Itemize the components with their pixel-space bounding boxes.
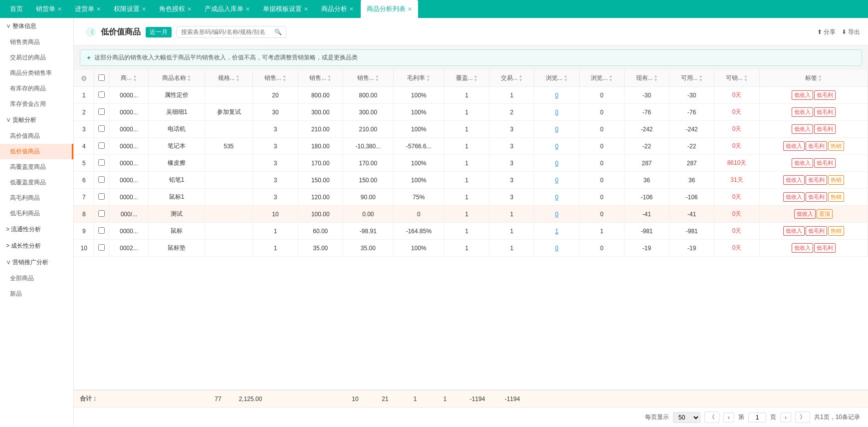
sidebar-item-high-coverage[interactable]: 高覆盖度商品: [0, 159, 73, 175]
select-all-checkbox[interactable]: [98, 74, 105, 81]
tag-badge: 低毛利: [814, 124, 836, 134]
tag-badge: 低收入: [783, 226, 805, 236]
row-checkbox[interactable]: [98, 210, 105, 217]
sidebar-group-circulation[interactable]: > 流通性分析: [0, 221, 73, 238]
browse-link[interactable]: 0: [555, 126, 559, 133]
row-checkbox[interactable]: [98, 142, 105, 149]
row-checkbox[interactable]: [98, 176, 105, 183]
row-checkbox[interactable]: [98, 227, 105, 234]
col-tags[interactable]: 标签▲▼: [759, 70, 868, 87]
cell-tags: 低收入置顶: [759, 206, 868, 223]
sidebar-group-contribution[interactable]: ∨ 贡献分析: [0, 112, 73, 128]
cell-checkbox[interactable]: [94, 155, 109, 172]
cell-checkbox[interactable]: [94, 240, 109, 257]
nav-product-analysis-list[interactable]: 商品分析列表 ✕: [361, 0, 418, 18]
sidebar-item-inventory-capital[interactable]: 库存资金占用: [0, 96, 73, 112]
col-browse1[interactable]: 浏览...▲▼: [534, 70, 579, 87]
last-page-button[interactable]: 》: [795, 412, 810, 423]
sidebar-item-new-products[interactable]: 新品: [0, 286, 73, 302]
col-sellable[interactable]: 可销...▲▼: [714, 70, 759, 87]
close-icon[interactable]: ✕: [187, 6, 192, 12]
sidebar-item-low-coverage[interactable]: 低覆盖度商品: [0, 175, 73, 190]
col-gross-margin[interactable]: 毛利率▲▼: [393, 70, 444, 87]
col-sale-amount[interactable]: 销售...▲▼: [343, 70, 393, 87]
sidebar-group-overall[interactable]: ∨ 整体信息: [0, 18, 73, 34]
col-settings[interactable]: ⚙: [74, 70, 94, 87]
cell-checkbox[interactable]: [94, 189, 109, 206]
col-coverage[interactable]: 覆盖...▲▼: [444, 70, 489, 87]
search-input[interactable]: [181, 28, 271, 35]
nav-home[interactable]: 首页: [4, 0, 29, 18]
cell-checkbox[interactable]: [94, 104, 109, 121]
next-page-button[interactable]: ›: [780, 413, 791, 423]
cell-checkbox[interactable]: [94, 138, 109, 155]
col-sale-price[interactable]: 销售...▲▼: [298, 70, 343, 87]
cell-checkbox[interactable]: [94, 87, 109, 104]
close-icon[interactable]: ✕: [142, 6, 146, 12]
sidebar-item-high-value[interactable]: 高价值商品: [0, 128, 73, 144]
sidebar-item-category-sales-rate[interactable]: 商品分类销售率: [0, 65, 73, 81]
share-button[interactable]: ⬆ 分享: [817, 28, 836, 36]
col-current-stock[interactable]: 现有...▲▼: [624, 70, 669, 87]
row-checkbox[interactable]: [98, 125, 105, 132]
browse-link[interactable]: 0: [555, 245, 559, 252]
export-button[interactable]: ⬇ 导出: [842, 28, 860, 36]
settings-icon[interactable]: ⚙: [81, 74, 87, 82]
sidebar-item-all-products[interactable]: 全部商品: [0, 271, 73, 286]
row-checkbox[interactable]: [98, 108, 105, 115]
time-badge[interactable]: 近一月: [146, 27, 172, 37]
row-checkbox[interactable]: [98, 159, 105, 166]
close-icon[interactable]: ✕: [96, 6, 101, 12]
sidebar-item-low-value[interactable]: 低价值商品: [0, 144, 73, 159]
nav-product-analysis[interactable]: 商品分析 ✕: [315, 0, 360, 18]
cell-gross-margin: 100%: [393, 121, 444, 138]
sidebar-group-growth[interactable]: > 成长性分析: [0, 238, 73, 254]
row-checkbox[interactable]: [98, 91, 105, 98]
close-icon[interactable]: ✕: [57, 6, 62, 12]
sidebar-item-traded-products[interactable]: 交易过的商品: [0, 50, 73, 65]
col-sale-count[interactable]: 销售...▲▼: [253, 70, 298, 87]
sidebar-item-stocked-products[interactable]: 有库存的商品: [0, 81, 73, 96]
cell-checkbox[interactable]: [94, 172, 109, 189]
cell-checkbox[interactable]: [94, 121, 109, 138]
col-available[interactable]: 可用...▲▼: [669, 70, 714, 87]
first-page-button[interactable]: 《: [704, 412, 719, 423]
row-checkbox[interactable]: [98, 244, 105, 251]
cell-spec: [205, 121, 253, 138]
browse-link[interactable]: 1: [555, 228, 559, 235]
col-browse2[interactable]: 浏览...▲▼: [579, 70, 624, 87]
browse-link[interactable]: 0: [555, 143, 559, 150]
browse-link[interactable]: 0: [555, 160, 559, 167]
nav-purchase-order[interactable]: 进货单 ✕: [69, 0, 107, 18]
nav-product-inbound[interactable]: 产成品入库单 ✕: [199, 0, 256, 18]
current-page-input[interactable]: [748, 413, 766, 423]
col-transaction[interactable]: 交易...▲▼: [489, 70, 534, 87]
cell-checkbox[interactable]: [94, 223, 109, 240]
prev-page-button[interactable]: ‹: [723, 413, 734, 423]
col-name[interactable]: 商品名称▲▼: [149, 70, 205, 87]
sidebar-item-low-margin[interactable]: 低毛利商品: [0, 206, 73, 221]
nav-sales-order[interactable]: 销货单 ✕: [30, 0, 68, 18]
nav-permission-settings[interactable]: 权限设置 ✕: [108, 0, 152, 18]
row-checkbox[interactable]: [98, 193, 105, 200]
col-id[interactable]: 商...▲▼: [109, 70, 149, 87]
col-spec[interactable]: 规格...▲▼: [205, 70, 253, 87]
browse-link[interactable]: 0: [555, 109, 559, 116]
close-icon[interactable]: ✕: [245, 6, 250, 12]
collapse-sidebar-button[interactable]: 《: [86, 27, 96, 37]
close-icon[interactable]: ✕: [349, 6, 354, 12]
nav-template-settings[interactable]: 单据模板设置 ✕: [257, 0, 314, 18]
sidebar-item-sales-products[interactable]: 销售类商品: [0, 34, 73, 50]
close-icon[interactable]: ✕: [408, 6, 412, 12]
close-icon[interactable]: ✕: [304, 6, 308, 12]
browse-link[interactable]: 0: [555, 177, 559, 184]
nav-role-auth[interactable]: 角色授权 ✕: [153, 0, 198, 18]
sidebar-item-high-margin[interactable]: 高毛利商品: [0, 190, 73, 206]
search-icon[interactable]: 🔍: [274, 28, 282, 35]
sidebar-group-marketing[interactable]: ∨ 营销推广分析: [0, 254, 73, 271]
browse-link[interactable]: 0: [555, 92, 559, 99]
per-page-select[interactable]: 50 100 200: [673, 412, 700, 423]
cell-checkbox[interactable]: [94, 206, 109, 223]
browse-link[interactable]: 0: [555, 211, 559, 218]
browse-link[interactable]: 0: [555, 194, 559, 201]
